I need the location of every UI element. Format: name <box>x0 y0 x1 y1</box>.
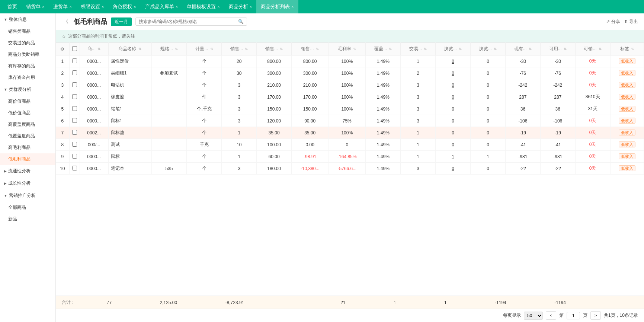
cell-checkbox[interactable] <box>69 55 80 67</box>
sidebar-item-high-value[interactable]: 高价值商品 <box>0 96 55 107</box>
cell-name[interactable]: 铅笔1 <box>108 103 151 115</box>
row-checkbox[interactable] <box>72 118 77 123</box>
sidebar-item-traded-goods[interactable]: 交易过的商品 <box>0 37 55 49</box>
cell-checkbox[interactable] <box>69 79 80 91</box>
th-available[interactable]: 可用... ⇅ <box>540 43 575 55</box>
cell-name[interactable]: 属性定价 <box>108 55 151 67</box>
date-filter-btn[interactable]: 近一月 <box>111 17 132 26</box>
cell-name[interactable]: 鼠标 <box>108 151 151 163</box>
th-name[interactable]: 商品名称 ⇅ <box>108 43 151 55</box>
cell-checkbox[interactable] <box>69 127 80 139</box>
row-checkbox[interactable] <box>72 130 77 135</box>
sidebar-item-high-margin[interactable]: 高毛利商品 <box>0 142 55 153</box>
row-checkbox[interactable] <box>72 94 77 99</box>
prev-page-btn[interactable]: ＜ <box>546 311 556 320</box>
sidebar-group-overall[interactable]: ▼ 整体信息 <box>0 13 55 26</box>
sidebar-item-low-margin[interactable]: 低毛利商品 <box>0 153 55 165</box>
row-checkbox[interactable] <box>72 142 77 147</box>
th-sales-profit[interactable]: 销售... ⇅ <box>292 43 329 55</box>
next-page-btn[interactable]: ＞ <box>590 311 601 320</box>
page-number-input[interactable] <box>567 312 580 319</box>
row-checkbox[interactable] <box>72 82 77 87</box>
cell-name[interactable]: 橡皮擦 <box>108 91 151 103</box>
sidebar-item-low-coverage[interactable]: 低覆盖度商品 <box>0 130 55 142</box>
cell-view1[interactable]: 0 <box>436 163 471 175</box>
nav-product-inbound[interactable]: 产成品入库单 × <box>141 0 182 13</box>
cell-checkbox[interactable] <box>69 163 80 175</box>
sidebar-item-inventory-fund[interactable]: 库存资金占用 <box>0 72 55 83</box>
row-checkbox[interactable] <box>72 106 77 111</box>
nav-template-settings[interactable]: 单据模板设置 × <box>182 0 224 13</box>
cell-view1[interactable]: 0 <box>436 91 471 103</box>
sidebar-item-inventory-goods[interactable]: 有库存的商品 <box>0 60 55 72</box>
cell-checkbox[interactable] <box>69 151 80 163</box>
cell-checkbox[interactable] <box>69 91 80 103</box>
per-page-select[interactable]: 50 100 200 <box>524 312 543 320</box>
search-input[interactable] <box>139 19 236 24</box>
nav-permission-settings[interactable]: 权限设置 × <box>76 0 108 13</box>
sidebar-group-growth[interactable]: ▶ 成长性分析 <box>0 177 55 189</box>
th-coverage[interactable]: 覆盖... ⇅ <box>366 43 401 55</box>
th-tag[interactable]: 标签 ⇅ <box>610 43 644 55</box>
cell-view1[interactable]: 0 <box>436 103 471 115</box>
th-checkbox[interactable] <box>69 43 80 55</box>
sidebar-group-cluster[interactable]: ▼ 类群度分析 <box>0 83 55 96</box>
th-view2[interactable]: 浏览... ⇅ <box>471 43 506 55</box>
nav-product-analysis[interactable]: 商品分析 × <box>224 0 256 13</box>
share-btn[interactable]: ↗ 分享 <box>606 19 620 25</box>
cell-name[interactable]: 电话机 <box>108 79 151 91</box>
row-checkbox[interactable] <box>72 58 77 63</box>
cell-view1[interactable]: 0 <box>436 55 471 67</box>
cell-name[interactable]: 鼠标1 <box>108 115 151 127</box>
row-checkbox[interactable] <box>72 70 77 75</box>
nav-home[interactable]: 首页 <box>3 0 22 13</box>
cell-name[interactable]: 笔记本 <box>108 163 151 175</box>
sidebar-item-high-coverage[interactable]: 高覆盖度商品 <box>0 119 55 130</box>
select-all-checkbox[interactable] <box>72 46 77 51</box>
th-trade[interactable]: 交易... ⇅ <box>401 43 436 55</box>
nav-close-permission[interactable]: × <box>102 0 104 13</box>
th-code[interactable]: 商... ⇅ <box>80 43 108 55</box>
nav-close-template[interactable]: × <box>217 0 220 13</box>
search-icon[interactable]: 🔍 <box>238 19 244 24</box>
th-saleable[interactable]: 可销... ⇅ <box>575 43 610 55</box>
cell-name[interactable]: 吴细细1 <box>108 67 151 79</box>
sidebar-item-new-goods[interactable]: 新品 <box>0 213 55 225</box>
export-btn[interactable]: ⬆ 导出 <box>624 19 638 25</box>
cell-checkbox[interactable] <box>69 67 80 79</box>
nav-sales-order[interactable]: 销货单 × <box>22 0 49 13</box>
row-checkbox[interactable] <box>72 154 77 159</box>
th-gross-margin[interactable]: 毛利率 ⇅ <box>329 43 366 55</box>
nav-close-analysis[interactable]: × <box>250 0 252 13</box>
sidebar-item-low-value[interactable]: 低价值商品 <box>0 107 55 119</box>
nav-close-role[interactable]: × <box>134 0 136 13</box>
nav-close-inbound[interactable]: × <box>176 0 178 13</box>
nav-close-purchase-order[interactable]: × <box>69 0 71 13</box>
cell-checkbox[interactable] <box>69 139 80 151</box>
nav-close-analysis-list[interactable]: × <box>291 0 294 13</box>
cell-view1[interactable]: 0 <box>436 67 471 79</box>
row-checkbox[interactable] <box>72 166 77 170</box>
nav-product-analysis-list[interactable]: 商品分析列表 × <box>256 0 298 13</box>
nav-role-auth[interactable]: 角色授权 × <box>108 0 140 13</box>
sidebar-group-marketing[interactable]: ▼ 营销推广分析 <box>0 189 55 202</box>
cell-view1[interactable]: 0 <box>436 79 471 91</box>
th-sales-qty[interactable]: 销售... ⇅ <box>222 43 257 55</box>
th-spec[interactable]: 规格... ⇅ <box>151 43 187 55</box>
sidebar-item-category-rate[interactable]: 商品分类助销率 <box>0 49 55 60</box>
cell-view1[interactable]: 0 <box>436 115 471 127</box>
th-view1[interactable]: 浏览... ⇅ <box>436 43 471 55</box>
cell-view1[interactable]: 1 <box>436 151 471 163</box>
nav-purchase-order[interactable]: 进货单 × <box>49 0 76 13</box>
sidebar-collapse-btn[interactable]: 《 <box>62 18 70 25</box>
cell-view1[interactable]: 0 <box>436 139 471 151</box>
sidebar-item-sales-goods[interactable]: 销售类商品 <box>0 26 55 37</box>
th-settings[interactable]: ⚙ <box>56 43 69 55</box>
cell-checkbox[interactable] <box>69 115 80 127</box>
sidebar-group-circulation[interactable]: ▶ 流通性分析 <box>0 165 55 177</box>
cell-name[interactable]: 鼠标垫 <box>108 127 151 139</box>
cell-name[interactable]: 测试 <box>108 139 151 151</box>
cell-view1[interactable]: 0 <box>436 127 471 139</box>
nav-close-sales-order[interactable]: × <box>42 0 44 13</box>
th-sales-amount[interactable]: 销售... ⇅ <box>257 43 292 55</box>
